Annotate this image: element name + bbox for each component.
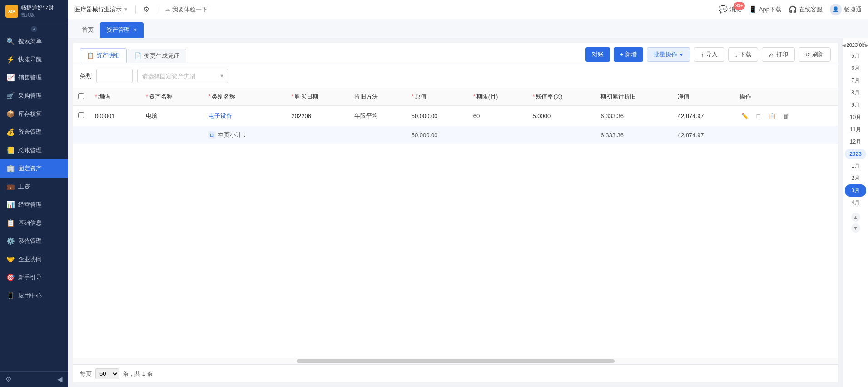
sidebar-item-salary[interactable]: 💼 工资 (0, 178, 68, 196)
th-original-value: *原值 (406, 88, 468, 106)
select-all-checkbox[interactable] (78, 93, 84, 99)
sidebar-item-label: 总账管理 (18, 146, 42, 154)
sidebar-item-system[interactable]: ⚙️ 系统管理 (0, 232, 68, 250)
settings-gear[interactable]: ⚙ (143, 5, 149, 14)
sidebar-scroll-up[interactable]: ▲ (31, 26, 37, 32)
user-menu[interactable]: 👤 畅捷通 (830, 4, 862, 15)
main-content: 📋 资产明细 📄 变更生成凭证 对账 + 新增 批量操作 ▼ (73, 43, 838, 382)
edit-icon[interactable]: ✏️ (739, 110, 750, 121)
import-label: 导入 (706, 50, 718, 59)
panel-expand-button[interactable]: ⤢ (856, 40, 860, 46)
sidebar-item-basic[interactable]: 📋 基础信息 (0, 214, 68, 232)
row-checkbox[interactable] (78, 112, 84, 118)
import-button[interactable]: ↑ 导入 (694, 47, 724, 62)
horizontal-scrollbar[interactable] (73, 358, 838, 364)
tab-close-button[interactable]: ✕ (133, 27, 137, 33)
subtab-detail[interactable]: 📋 资产明细 (80, 48, 127, 63)
cal-month-1[interactable]: 1月 (843, 160, 868, 172)
reconcile-button[interactable]: 对账 (585, 47, 610, 62)
sidebar-item-inventory[interactable]: 📦 库存核算 (0, 105, 68, 123)
tab-assets[interactable]: 资产管理 ✕ (100, 22, 144, 38)
sidebar-item-assets[interactable]: 🏢 固定资产 (0, 159, 68, 178)
cal-prev-year-button[interactable]: ◀ (842, 41, 846, 49)
avatar: 👤 (830, 4, 842, 15)
subtab-voucher[interactable]: 📄 变更生成凭证 (128, 49, 186, 63)
cal-month-5[interactable]: 5月 (843, 50, 868, 62)
import-icon: ↑ (701, 51, 704, 58)
refresh-button[interactable]: ↺ 刷新 (799, 47, 831, 62)
category-input-wrap: ▼ (137, 69, 228, 83)
batch-ops-button[interactable]: 批量操作 ▼ (647, 47, 690, 62)
messages-button[interactable]: 💬 消息 99+ (719, 5, 741, 14)
cal-month-9[interactable]: 9月 (843, 99, 868, 111)
delete-icon[interactable]: 🗑 (780, 110, 791, 121)
experience-button[interactable]: ☁ 我要体验一下 (164, 5, 208, 14)
filter-arrow-icon: ▼ (219, 73, 224, 79)
app-download-button[interactable]: 📱 App下载 (749, 5, 781, 14)
active-tab-label: 资产管理 (106, 26, 130, 34)
sidebar-item-guide[interactable]: 🎯 新手引导 (0, 268, 68, 287)
app-logo: AtA 畅捷通好业财 普及版 (0, 0, 68, 23)
tab-home[interactable]: 首页 (75, 22, 100, 38)
category-select[interactable] (96, 69, 133, 83)
cal-down-icon[interactable]: ▼ (851, 223, 860, 233)
operations-icon: 📊 (6, 201, 15, 209)
cal-month-2[interactable]: 2月 (843, 172, 868, 184)
page-size-select[interactable]: 50 10 20 100 (95, 368, 119, 379)
sidebar-item-cooperation[interactable]: 🤝 企业协同 (0, 250, 68, 268)
transfer-icon[interactable]: 📋 (767, 110, 778, 121)
th-code: *编码 (89, 88, 140, 106)
sidebar-item-purchase[interactable]: 🛒 采购管理 (0, 87, 68, 105)
panel-close-button[interactable]: ✕ (861, 40, 866, 47)
cal-up-icon[interactable]: ▲ (851, 213, 860, 222)
print-button[interactable]: 🖨 打印 (762, 47, 795, 62)
sidebar-item-search[interactable]: 🔍 搜索菜单 (0, 32, 68, 50)
cal-year-badge[interactable]: 2023 (845, 149, 866, 159)
voucher-tab-icon: 📄 (134, 52, 142, 59)
cal-month-12[interactable]: 12月 (843, 136, 868, 148)
subtotal-empty-4 (286, 126, 349, 144)
settings-icon[interactable]: ⚙ (5, 375, 11, 383)
cal-month-8[interactable]: 8月 (843, 87, 868, 99)
scrollbar-thumb[interactable] (297, 359, 615, 363)
cal-months-prev: 5月 6月 7月 8月 9月 10月 11月 12月 (843, 50, 868, 148)
copy-icon[interactable]: □ (753, 110, 764, 121)
cal-month-11[interactable]: 11月 (843, 124, 868, 136)
filter-bar: 类别 ▼ (73, 64, 838, 88)
subtotal-original-value: 50,000.00 (406, 126, 468, 144)
assets-table: *编码 *资产名称 *类别名称 *购买日期 折旧方法 *原值 *期限(月) *残… (73, 88, 838, 144)
subtotal-empty-6 (468, 126, 527, 144)
sidebar-item-label: 固定资产 (18, 164, 42, 173)
new-button[interactable]: + 新增 (614, 47, 643, 62)
th-actions: 操作 (734, 88, 838, 106)
subtotal-label-cell: ⊞ 本页小计： (203, 126, 286, 144)
cal-month-6[interactable]: 6月 (843, 62, 868, 74)
subtotal-accumulated: 6,333.36 (595, 126, 672, 144)
sidebar-item-sales[interactable]: 📈 销售管理 (0, 69, 68, 87)
cal-month-3[interactable]: 3月 (845, 184, 866, 197)
cal-month-10[interactable]: 10月 (843, 111, 868, 124)
cal-month-7[interactable]: 7月 (843, 74, 868, 87)
company-selector[interactable]: 医疗器械行业演示 ▼ (74, 5, 128, 14)
sidebar-item-operations[interactable]: 📊 经营管理 (0, 196, 68, 214)
row-category: 电子设备 (203, 106, 286, 126)
topbar-divider (135, 5, 136, 14)
category-filter-input[interactable] (137, 69, 228, 83)
cal-months-curr: 1月 2月 3月 4月 (843, 160, 868, 209)
subtotal-empty-1 (73, 126, 89, 144)
sidebar-item-quicknav[interactable]: ⚡ 快捷导航 (0, 50, 68, 69)
sidebar-item-apps[interactable]: 📱 应用中心 (0, 287, 68, 305)
system-icon: ⚙️ (6, 237, 15, 245)
collapse-icon[interactable]: ◀ (57, 375, 63, 383)
print-label: 打印 (776, 50, 788, 59)
sidebar-item-capital[interactable]: 💰 资金管理 (0, 123, 68, 141)
tabbar: 首页 资产管理 ✕ (68, 19, 868, 38)
row-code: 000001 (89, 106, 140, 126)
cal-month-4[interactable]: 4月 (843, 197, 868, 209)
sales-icon: 📈 (6, 74, 15, 82)
download-button[interactable]: ↓ 下载 (728, 47, 759, 62)
batch-ops-label: 批量操作 (654, 50, 677, 59)
online-service-button[interactable]: 🎧 在线客服 (789, 5, 823, 14)
row-residual-rate: 5.0000 (527, 106, 595, 126)
sidebar-item-ledger[interactable]: 📒 总账管理 (0, 141, 68, 159)
